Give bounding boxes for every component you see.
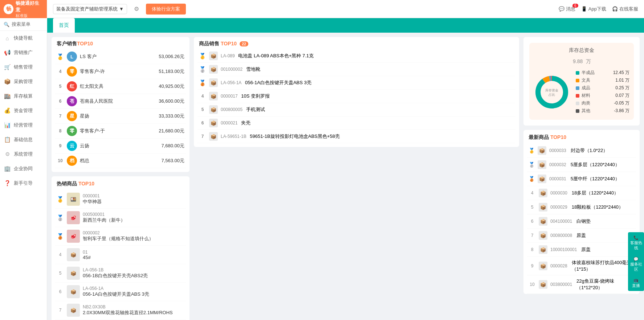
legend-item: 半成品 12.45 万 — [576, 70, 629, 76]
customer-rank-item: 5 红 红太阳文具 40,925.00元 — [55, 79, 186, 94]
sidebar-item-guide[interactable]: ❓ 新手引导 — [0, 176, 47, 190]
sidebar-item-operations[interactable]: 📊 经营管理 — [0, 118, 47, 132]
customer-avatar: 档 — [67, 156, 77, 166]
sidebar-item-marketing[interactable]: 📢 营销推广 — [0, 45, 47, 60]
sidebar-item-quick-nav[interactable]: ⌂ 快捷导航 — [0, 31, 47, 45]
product-thumbnail: 📦 — [209, 92, 218, 100]
donut-legend: 半成品 12.45 万 文具 1.01 万 — [576, 70, 629, 115]
float-btn-community[interactable]: 💬 服务社区 — [628, 254, 644, 275]
hot-product-title: 热销商品 TOP10 — [52, 176, 189, 190]
trial-button[interactable]: 体验行业方案 — [146, 4, 186, 15]
newest-product-item: 5 📦 0000029 18颗粒板（1220*2440） — [527, 200, 636, 214]
product-code: 0000030 — [550, 190, 567, 196]
customer-avatar: 红 — [67, 81, 77, 91]
legend-dot — [576, 86, 579, 90]
sidebar-item-label: 资金管理 — [14, 107, 33, 114]
rank-num: 6 — [57, 98, 64, 105]
sidebar-item-basic-info[interactable]: 📋 基础信息 — [0, 132, 47, 147]
nav-tabs: 首页 — [47, 18, 644, 33]
sidebar-item-purchase[interactable]: 📦 采购管理 — [0, 74, 47, 89]
rank-num: 8 — [57, 127, 64, 135]
sidebar-item-enterprise[interactable]: 🏢 企业协同 — [0, 161, 47, 176]
sidebar-item-label: 新手引导 — [14, 180, 33, 186]
online-service-btn[interactable]: 🎧 在线客服 — [612, 6, 638, 12]
product-sales-list: 🥇 📦 LA-089 电池盖 LA-089 ABS本色+黑种 7.1克 🥈 📦 — [194, 49, 519, 147]
legend-label: 文具 — [582, 77, 613, 83]
search-icon: 🔍 — [4, 22, 9, 27]
legend-item: 肉类 -0.05 万 — [576, 100, 629, 106]
product-thumbnail: 🥩 — [67, 211, 80, 224]
product-code: 000800008 — [550, 233, 572, 238]
newest-top10-label: TOP10 — [550, 134, 566, 140]
product-name: 10S 变刹罗报 — [241, 93, 270, 99]
product-info: 0000002 智利车子里（规格不知道填什么） — [83, 230, 184, 242]
newest-product-item: 9 📦 0000028 体彼嘉枝味苏打饮品400毫升（1*15） — [527, 257, 636, 275]
sidebar-item-label: 企业协同 — [14, 165, 33, 172]
hot-product-top10-label: TOP10 — [78, 181, 94, 186]
customer-amount: 21,680.00元 — [159, 128, 184, 134]
product-name: 056-1A白色按键开关盖ABS 3壳 — [83, 291, 184, 298]
customer-avatar: 云 — [67, 141, 77, 151]
product-sales-item: 🥇 📦 LA-089 电池盖 LA-089 ABS本色+黑种 7.1克 — [197, 49, 515, 63]
right-column: 库存总资金 9.88 万 — [523, 37, 640, 316]
medal-icon: 🥈 — [57, 214, 64, 221]
legend-item: 文具 1.01 万 — [576, 77, 629, 83]
product-name: 18颗粒板（1220*2440） — [572, 204, 623, 210]
newest-product-item: 🥉 📦 0000031 5厘中纤（1220*2440） — [527, 172, 636, 186]
customer-avatar: 苍 — [67, 96, 77, 106]
sidebar-item-label: 营销推广 — [14, 49, 33, 56]
gear-button[interactable]: ⚙ — [131, 4, 142, 14]
product-sales-badge: 22 — [240, 41, 248, 46]
search-label: 搜索菜单 — [12, 21, 30, 28]
product-name: 雪地靴 — [246, 66, 260, 72]
product-thumbnail: 🥩 — [67, 230, 80, 243]
left-column: 客户销售TOP10 🥇 L LS 客户 53,006.26元 4 — [52, 37, 189, 316]
product-code: LA-056-1A — [83, 286, 184, 291]
float-btn-service[interactable]: 📞 客服热线 — [628, 232, 644, 254]
customer-rank-item: 4 零 零售客户-许 51,183.00元 — [55, 64, 186, 79]
customer-name: 苍南县人民医院 — [80, 98, 156, 104]
product-thumbnail: 📦 — [67, 267, 80, 280]
system-name: 装备及固定资产辅助管理系统 — [56, 6, 118, 12]
product-sales-item: 5 📦 000800005 手机测试 — [197, 103, 515, 116]
legend-label: 成品 — [582, 85, 613, 91]
mid-column: 商品销售 TOP10 22 🥇 📦 LA-089 电池盖 LA-089 ABS本… — [194, 37, 519, 316]
product-thumbnail: 📦 — [539, 189, 547, 197]
tab-home[interactable]: 首页 — [53, 18, 75, 33]
app-name: 畅捷通好生意 — [16, 0, 43, 13]
hot-product-item: 5 📦 LA-056-1B 056-1B白色按键开关壳ABS2壳 — [55, 264, 186, 283]
product-name: 原盖 — [576, 232, 586, 239]
sidebar-item-sales[interactable]: 🛒 销售管理 — [0, 60, 47, 74]
product-code: NB2.0X30B — [83, 304, 184, 309]
product-sales-card: 商品销售 TOP10 22 🥇 📦 LA-089 电池盖 LA-089 ABS本… — [194, 37, 519, 147]
content-main: 客户销售TOP10 🥇 L LS 客户 53,006.26元 4 — [47, 33, 644, 320]
sidebar-item-label: 快捷导航 — [14, 35, 33, 41]
live-icon: 📺 — [629, 278, 643, 283]
product-name: 智利车子里（规格不知道填什么） — [83, 235, 184, 242]
product-code: 001000002 — [221, 67, 242, 72]
system-select[interactable]: 装备及固定资产辅助管理系统 ▼ — [53, 4, 127, 14]
main-area: 装备及固定资产辅助管理系统 ▼ ⚙ 体验行业方案 💬 消息 6 📱 App下载 … — [47, 0, 644, 320]
product-code: LA-056-1B — [83, 267, 184, 272]
legend-item: 材料 0.07 万 — [576, 93, 629, 99]
legend-label: 其他 — [582, 108, 612, 114]
customer-name: 云扬 — [80, 143, 158, 149]
product-thumbnail: 📦 — [539, 280, 547, 289]
message-btn[interactable]: 💬 消息 6 — [559, 6, 575, 12]
rank-num: 6 — [199, 119, 206, 127]
sidebar-item-system[interactable]: ⚙ 系统管理 — [0, 147, 47, 161]
sidebar-item-inventory[interactable]: 🏬 库存核算 — [0, 89, 47, 103]
sidebar-search[interactable]: 🔍 搜索菜单 — [0, 18, 47, 31]
product-code: 000500001 — [83, 212, 184, 217]
inventory-card: 库存总资金 9.88 万 — [523, 37, 640, 126]
product-name: 夹壳 — [241, 120, 250, 126]
app-download-label: App下载 — [588, 6, 606, 12]
product-name: 056-1B白色按键开关壳ABS2壳 — [83, 272, 184, 279]
rank-num: 4 — [529, 189, 536, 197]
medal-icon: 🥈 — [199, 66, 206, 73]
float-btn-live[interactable]: 📺 直播 — [628, 275, 644, 291]
legend-label: 半成品 — [582, 70, 611, 76]
hot-product-item: 7 📦 NB2.0X30B 2.0X30MM双推花轴推花直径2.1MM/ROHS — [55, 301, 186, 320]
app-download-btn[interactable]: 📱 App下载 — [581, 6, 606, 12]
sidebar-item-finance[interactable]: 💰 资金管理 — [0, 103, 47, 118]
